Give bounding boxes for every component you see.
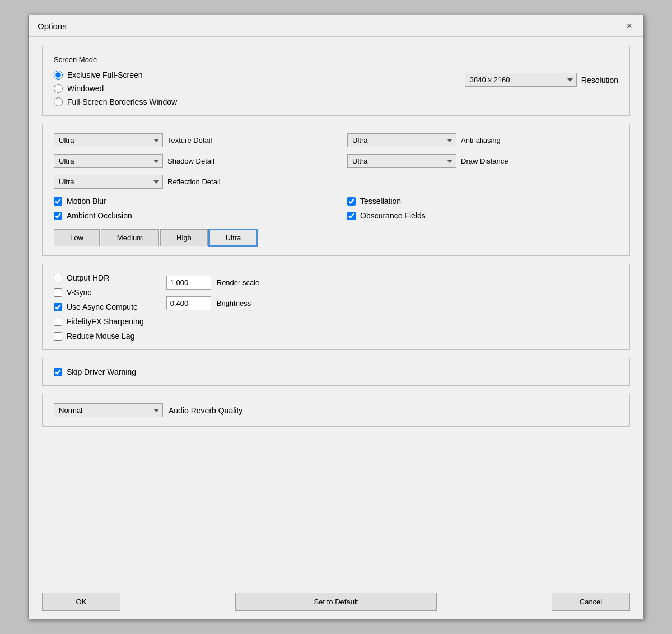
brightness-row: Brightness <box>166 296 260 310</box>
fidelityfx-row: FidelityFX Sharpening <box>54 317 144 326</box>
ambient-occlusion-checkbox[interactable] <box>54 212 62 220</box>
set-to-default-button[interactable]: Set to Default <box>235 593 437 611</box>
anti-aliasing-select[interactable]: UltraHighMediumLow <box>347 133 456 147</box>
cancel-button[interactable]: Cancel <box>552 593 630 611</box>
quality-btn-high[interactable]: High <box>160 229 208 246</box>
ambient-occlusion-label: Ambient Occlusion <box>67 211 132 220</box>
driver-section: Skip Driver Warning <box>42 358 630 386</box>
draw-distance-label: Draw Distance <box>461 157 508 165</box>
audio-section: Low Normal High Ultra Audio Reverb Quali… <box>42 394 630 427</box>
detail-grid: UltraHighMediumLow Texture Detail UltraH… <box>54 133 618 189</box>
radio-row-exclusive: Exclusive Full-Screen <box>54 71 465 80</box>
motion-blur-row: Motion Blur <box>54 197 325 206</box>
texture-detail-row: UltraHighMediumLow Texture Detail <box>54 133 325 147</box>
dialog-footer: OK Set to Default Cancel <box>29 585 643 619</box>
output-hdr-label: Output HDR <box>67 273 109 282</box>
reflection-detail-label: Reflection Detail <box>167 178 221 186</box>
screen-mode-title: Screen Mode <box>54 55 618 64</box>
quality-btn-low[interactable]: Low <box>54 229 100 246</box>
quality-btn-ultra[interactable]: Ultra <box>209 229 258 246</box>
reflection-detail-select[interactable]: UltraHighMediumLow <box>54 175 163 189</box>
advanced-right: Render scale Brightness <box>166 273 260 341</box>
shadow-detail-select[interactable]: UltraHighMediumLow <box>54 154 163 168</box>
fidelityfx-label: FidelityFX Sharpening <box>67 317 144 326</box>
radio-exclusive[interactable] <box>54 71 63 80</box>
draw-distance-select[interactable]: UltraHighMediumLow <box>347 154 456 168</box>
advanced-inner: Output HDR V-Sync Use Async Compute Fide… <box>54 273 618 341</box>
shadow-detail-row: UltraHighMediumLow Shadow Detail <box>54 154 325 168</box>
motion-blur-checkbox[interactable] <box>54 197 62 206</box>
async-compute-row: Use Async Compute <box>54 302 144 311</box>
advanced-section: Output HDR V-Sync Use Async Compute Fide… <box>42 264 630 350</box>
texture-detail-label: Texture Detail <box>167 136 212 144</box>
quality-btn-medium[interactable]: Medium <box>101 229 159 246</box>
reduce-mouse-lag-row: Reduce Mouse Lag <box>54 332 144 341</box>
screen-mode-radio-group: Exclusive Full-Screen Windowed Full-Scre… <box>54 71 465 106</box>
output-hdr-checkbox[interactable] <box>54 274 62 282</box>
render-scale-label: Render scale <box>217 278 260 287</box>
texture-detail-select[interactable]: UltraHighMediumLow <box>54 133 163 147</box>
motion-blur-label: Motion Blur <box>67 197 106 206</box>
advanced-left: Output HDR V-Sync Use Async Compute Fide… <box>54 273 144 341</box>
anti-aliasing-label: Anti-aliasing <box>461 136 501 144</box>
reflection-detail-row: UltraHighMediumLow Reflection Detail <box>54 175 325 189</box>
screen-mode-section: Screen Mode Exclusive Full-Screen Window… <box>42 46 630 116</box>
fidelityfx-checkbox[interactable] <box>54 318 62 326</box>
obscurance-fields-row: Obscurance Fields <box>347 211 618 220</box>
async-compute-label: Use Async Compute <box>67 302 138 311</box>
vsync-label: V-Sync <box>67 288 91 297</box>
resolution-select[interactable]: 3840 x 2160 2560 x 1440 1920 x 1080 1280… <box>465 73 577 87</box>
obscurance-fields-checkbox[interactable] <box>347 212 356 220</box>
tessellation-label: Tessellation <box>360 197 401 206</box>
skip-driver-warning-label: Skip Driver Warning <box>67 367 136 376</box>
ambient-occlusion-row: Ambient Occlusion <box>54 211 325 220</box>
audio-quality-select[interactable]: Low Normal High Ultra <box>54 403 163 417</box>
radio-windowed-label: Windowed <box>67 84 104 93</box>
radio-row-borderless: Full-Screen Borderless Window <box>54 97 465 106</box>
radio-windowed[interactable] <box>54 84 63 93</box>
reduce-mouse-lag-checkbox[interactable] <box>54 332 62 341</box>
close-button[interactable]: × <box>624 21 634 31</box>
resolution-label: Resolution <box>581 76 618 85</box>
radio-exclusive-label: Exclusive Full-Screen <box>67 71 143 80</box>
ok-button[interactable]: OK <box>42 593 120 611</box>
radio-row-windowed: Windowed <box>54 84 465 93</box>
audio-inner: Low Normal High Ultra Audio Reverb Quali… <box>54 403 618 417</box>
async-compute-checkbox[interactable] <box>54 303 62 311</box>
skip-driver-warning-row: Skip Driver Warning <box>54 367 618 376</box>
resolution-area: Exclusive Full-Screen Windowed Full-Scre… <box>54 71 618 106</box>
title-bar: Options × <box>29 15 643 37</box>
options-dialog: Options × Screen Mode Exclusive Full-Scr… <box>28 15 644 619</box>
vsync-row: V-Sync <box>54 288 144 297</box>
graphics-checkbox-group: Motion Blur Tessellation Ambient Occlusi… <box>54 197 618 220</box>
audio-quality-label: Audio Reverb Quality <box>169 406 242 415</box>
shadow-detail-label: Shadow Detail <box>167 157 214 165</box>
skip-driver-warning-checkbox[interactable] <box>54 368 62 376</box>
render-scale-row: Render scale <box>166 276 260 290</box>
brightness-label: Brightness <box>217 299 251 307</box>
graphics-section: UltraHighMediumLow Texture Detail UltraH… <box>42 124 630 256</box>
output-hdr-row: Output HDR <box>54 273 144 282</box>
tessellation-checkbox[interactable] <box>347 197 356 206</box>
radio-borderless-label: Full-Screen Borderless Window <box>67 97 177 106</box>
screen-mode-right: 3840 x 2160 2560 x 1440 1920 x 1080 1280… <box>465 71 618 87</box>
vsync-checkbox[interactable] <box>54 288 62 297</box>
quality-preset-buttons: Low Medium High Ultra <box>54 229 618 246</box>
tessellation-row: Tessellation <box>347 197 618 206</box>
anti-aliasing-row: UltraHighMediumLow Anti-aliasing <box>347 133 618 147</box>
render-scale-input[interactable] <box>166 276 211 290</box>
reduce-mouse-lag-label: Reduce Mouse Lag <box>67 332 134 341</box>
brightness-input[interactable] <box>166 296 211 310</box>
dialog-title: Options <box>38 21 67 31</box>
screen-mode-left: Exclusive Full-Screen Windowed Full-Scre… <box>54 71 465 106</box>
draw-distance-row: UltraHighMediumLow Draw Distance <box>347 154 618 168</box>
dialog-content: Screen Mode Exclusive Full-Screen Window… <box>29 37 643 585</box>
radio-borderless[interactable] <box>54 97 63 106</box>
obscurance-fields-label: Obscurance Fields <box>360 211 426 220</box>
